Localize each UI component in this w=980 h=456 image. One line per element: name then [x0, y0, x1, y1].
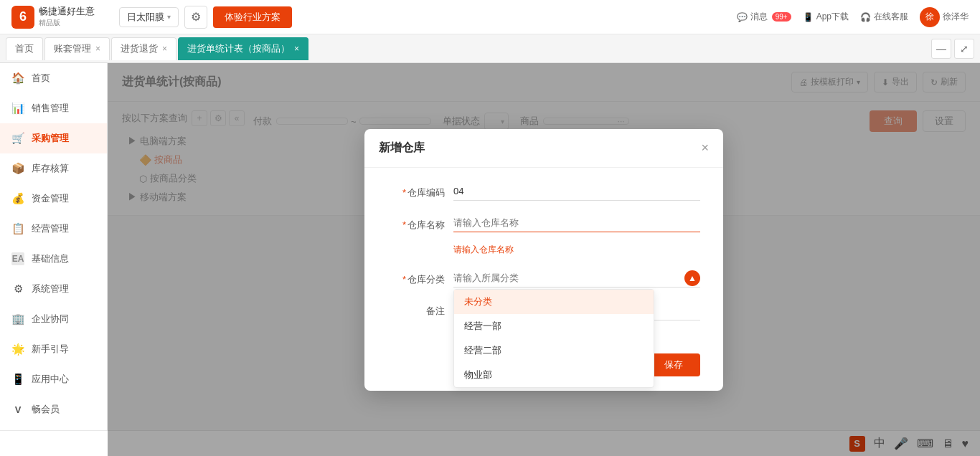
form-row-code: 仓库编码: [387, 182, 700, 201]
sidebar-item-system[interactable]: ⚙ 系统管理: [0, 274, 107, 304]
sidebar: 🏠 首页 📊 销售管理 🛒 采购管理 📦 库存核算 💰 资金管理 📋 经营管理 …: [0, 63, 108, 456]
vip-icon: V: [11, 403, 24, 416]
top-search: 日太阳膜 ▾ ⚙ 体验行业方案: [119, 6, 737, 29]
basic-icon: EA: [11, 252, 24, 265]
option-dept1[interactable]: 经营一部: [454, 314, 654, 338]
tab-returns[interactable]: 进货退货 ×: [111, 37, 176, 60]
inventory-icon: 📦: [11, 162, 24, 175]
sidebar-item-guide[interactable]: 🌟 新手引导: [0, 334, 107, 364]
message-icon: 💬: [737, 12, 748, 22]
finance-icon: 💰: [11, 192, 24, 205]
sidebar-item-apps[interactable]: 📱 应用中心: [0, 364, 107, 394]
messages-badge: 99+: [772, 12, 791, 22]
messages-item[interactable]: 💬 消息 99+: [737, 11, 791, 23]
modal-dialog: 新增仓库 × 仓库编码 仓库名称: [364, 129, 723, 391]
form-row-name: 仓库名称 请输入仓库名称: [387, 214, 700, 256]
online-service-item[interactable]: 🎧 在线客服: [860, 11, 908, 23]
name-error-msg: 请输入仓库名称: [453, 244, 514, 256]
option-dept2[interactable]: 经营二部: [454, 338, 654, 363]
code-label: 仓库编码: [387, 182, 445, 199]
store-selector-arrow: ▾: [167, 13, 171, 21]
apps-icon: 📱: [11, 373, 24, 386]
sidebar-item-enterprise[interactable]: 🏢 企业协同: [0, 304, 107, 334]
option-uncategorized[interactable]: 未分类: [454, 290, 654, 314]
category-input-wrap: ▲: [453, 269, 700, 288]
sidebar-item-home[interactable]: 🏠 首页: [0, 63, 107, 93]
category-input[interactable]: [453, 269, 700, 288]
option-property[interactable]: 物业部: [454, 363, 654, 387]
modal-body: 仓库编码 仓库名称 请输入仓库名称 仓库分类: [364, 168, 723, 345]
tab-controls: — ⤢: [931, 39, 974, 59]
tab-accounts-close[interactable]: ×: [95, 44, 100, 54]
logo-text: 畅捷通好生意: [39, 6, 95, 18]
form-row-category: 仓库分类 ▲ 未分类 经营一部 经营二部 物业部: [387, 269, 700, 288]
main-layout: 🏠 首页 📊 销售管理 🛒 采购管理 📦 库存核算 💰 资金管理 📋 经营管理 …: [0, 63, 980, 456]
top-right: 💬 消息 99+ 📱 App下载 🎧 在线客服 徐 徐泽华: [737, 7, 969, 27]
sales-icon: 📊: [11, 102, 24, 115]
logo-sub: 精品版: [39, 18, 95, 28]
tab-statistics-close[interactable]: ×: [294, 44, 299, 54]
guide-icon: 🌟: [11, 343, 24, 356]
modal-overlay: 新增仓库 × 仓库编码 仓库名称: [108, 63, 980, 456]
name-label: 仓库名称: [387, 214, 445, 232]
tab-returns-close[interactable]: ×: [162, 44, 167, 54]
sidebar-item-basic[interactable]: EA 基础信息: [0, 244, 107, 274]
tab-home[interactable]: 首页: [6, 37, 43, 60]
sidebar-item-finance[interactable]: 💰 资金管理: [0, 184, 107, 214]
gear-button[interactable]: ⚙: [184, 6, 207, 29]
sidebar-item-purchase[interactable]: 🛒 采购管理: [0, 123, 107, 153]
tab-accounts[interactable]: 账套管理 ×: [44, 37, 110, 60]
note-label: 备注: [387, 300, 445, 318]
sidebar-item-vip[interactable]: V 畅会员: [0, 394, 107, 424]
code-input[interactable]: [453, 182, 700, 201]
trial-button[interactable]: 体验行业方案: [213, 6, 292, 28]
save-button[interactable]: 保存: [647, 353, 700, 376]
system-icon: ⚙: [11, 282, 24, 295]
headset-icon: 🎧: [860, 12, 871, 22]
category-label: 仓库分类: [387, 269, 445, 286]
tab-expand[interactable]: ⤢: [954, 39, 974, 59]
phone-icon: 📱: [803, 12, 814, 22]
category-dropdown-btn[interactable]: ▲: [684, 270, 700, 286]
enterprise-icon: 🏢: [11, 313, 24, 326]
modal-header: 新增仓库 ×: [364, 129, 723, 168]
store-selector[interactable]: 日太阳膜 ▾: [119, 7, 179, 27]
tab-bar: 首页 账套管理 × 进货退货 × 进货单统计表（按商品） × — ⤢: [0, 34, 980, 63]
sidebar-item-operations[interactable]: 📋 经营管理: [0, 214, 107, 244]
content-area: 进货单统计(按商品) 🖨 按模板打印 ▾ ⬇ 导出 ↻ 刷新: [108, 63, 980, 456]
home-icon: 🏠: [11, 72, 24, 85]
tab-minimize[interactable]: —: [931, 39, 951, 59]
sidebar-item-inventory[interactable]: 📦 库存核算: [0, 153, 107, 184]
app-download-item[interactable]: 📱 App下载: [803, 11, 849, 23]
sidebar-item-sales[interactable]: 📊 销售管理: [0, 93, 107, 123]
modal-close-btn[interactable]: ×: [701, 141, 709, 156]
modal-title: 新增仓库: [379, 141, 425, 156]
operations-icon: 📋: [11, 222, 24, 235]
user-avatar: 徐: [920, 7, 940, 27]
top-bar: 6 畅捷通好生意 精品版 日太阳膜 ▾ ⚙ 体验行业方案 💬 消息 99+ 📱 …: [0, 0, 980, 34]
logo-icon: 6: [11, 6, 34, 29]
category-dropdown-list: 未分类 经营一部 经营二部 物业部: [453, 289, 654, 388]
logo-area: 6 畅捷通好生意 精品版: [11, 6, 119, 29]
user-item[interactable]: 徐 徐泽华: [920, 7, 969, 27]
purchase-icon: 🛒: [11, 132, 24, 145]
name-input[interactable]: [453, 214, 700, 232]
tab-statistics[interactable]: 进货单统计表（按商品） ×: [178, 37, 308, 60]
